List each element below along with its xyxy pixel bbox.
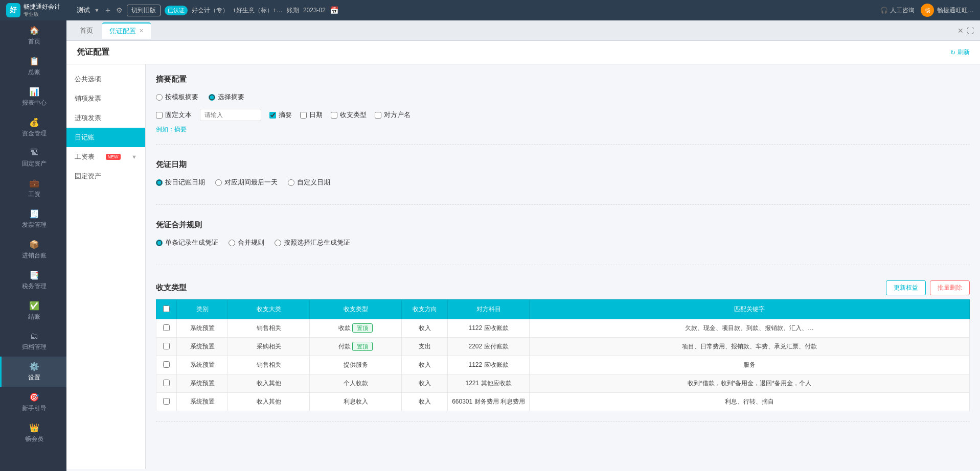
date-checkbox[interactable] <box>300 112 307 119</box>
voucher-date-section: 凭证日期 按日记账日期 对应期间最后一天 <box>156 160 970 205</box>
tab-close-icon[interactable]: ✕ <box>139 28 144 34</box>
calendar-icon[interactable]: 📅 <box>330 6 338 14</box>
checkbox-counterpart[interactable]: 对方户名 <box>375 110 411 120</box>
sidebar-item-reports[interactable]: 📊 报表中心 <box>0 82 66 112</box>
th-category: 类别 <box>177 300 228 319</box>
row-major: 采购相关 <box>228 338 310 356</box>
radio-journal-date-input[interactable] <box>156 179 163 186</box>
checkbox-income-type[interactable]: 收支类型 <box>331 110 367 120</box>
sidebar-item-close[interactable]: ✅ 结账 <box>0 296 66 326</box>
th-major: 收支大类 <box>228 300 310 319</box>
row-keywords: 服务 <box>530 356 970 374</box>
sidebar-item-archive[interactable]: 🗂 归档管理 <box>0 326 66 357</box>
checkbox-date[interactable]: 日期 <box>300 110 323 120</box>
topbar: 好 畅捷通好会计 专业版 测试 ▼ ＋ ⚙ 切到旧版 已认证 好会计（专） +好… <box>0 0 980 20</box>
salary-icon: 💼 <box>29 178 39 188</box>
sidebar-label: 畅会员 <box>25 435 43 443</box>
report-icon: 📊 <box>29 87 39 97</box>
radio-journal-date[interactable]: 按日记账日期 <box>156 178 205 187</box>
left-nav-purchase-invoice[interactable]: 进项发票 <box>66 108 145 128</box>
sidebar-item-member[interactable]: 👑 畅会员 <box>0 418 66 449</box>
sidebar-item-home[interactable]: 🏠 首页 <box>0 20 66 51</box>
tab-voucher-config[interactable]: 凭证配置 ✕ <box>102 22 151 39</box>
row-checkbox-cell <box>156 319 177 338</box>
sidebar-item-guide[interactable]: 🎯 新手引导 <box>0 387 66 418</box>
sidebar-item-salary[interactable]: 💼 工资 <box>0 173 66 204</box>
checkbox-fixed-text[interactable]: 固定文本 <box>156 110 192 120</box>
funds-icon: 💰 <box>29 117 39 127</box>
sidebar-label: 税务管理 <box>22 282 47 291</box>
expand-tab-button[interactable]: ⛶ <box>967 27 974 35</box>
left-nav-public[interactable]: 公共选项 <box>66 69 145 89</box>
radio-select[interactable]: 选择摘要 <box>209 92 244 102</box>
radio-summary[interactable]: 按照选择汇总生成凭证 <box>275 238 350 247</box>
user-menu[interactable]: 畅 畅捷通旺旺… <box>921 4 974 17</box>
add-button[interactable]: ＋ <box>104 5 112 16</box>
radio-template[interactable]: 按模板摘要 <box>156 92 198 102</box>
row-checkbox[interactable] <box>163 361 170 368</box>
summary-checkbox[interactable] <box>269 112 276 119</box>
row-checkbox[interactable] <box>163 380 170 386</box>
switch-version-button[interactable]: 切到旧版 <box>127 5 161 16</box>
sidebar: 🏠 首页 📋 总账 📊 报表中心 💰 资金管理 🏗 固定资产 💼 工资 🧾 发票… <box>0 20 66 471</box>
sidebar-item-stock[interactable]: 📦 进销台账 <box>0 234 66 265</box>
tab-home[interactable]: 首页 <box>73 23 100 38</box>
archive-icon: 🗂 <box>30 332 38 341</box>
row-checkbox[interactable] <box>163 398 170 405</box>
radio-custom-date-input[interactable] <box>288 179 294 186</box>
fixed-text-checkbox[interactable] <box>156 112 163 119</box>
certified-tag: 已认证 <box>165 6 188 15</box>
left-nav-journal[interactable]: 日记账 <box>66 128 145 147</box>
th-subject: 对方科目 <box>448 300 530 319</box>
row-checkbox[interactable] <box>163 343 170 349</box>
sidebar-item-ledger[interactable]: 📋 总账 <box>0 51 66 82</box>
row-type: 个人收款 <box>310 374 402 393</box>
left-nav-sales-invoice[interactable]: 销项发票 <box>66 89 145 108</box>
row-type: 利息收入 <box>310 393 402 411</box>
sidebar-label: 固定资产 <box>22 159 47 168</box>
page-header: 凭证配置 ↻ 刷新 <box>66 41 980 64</box>
settings-icon[interactable]: ⚙ <box>116 6 123 14</box>
top-tag: 置顶 <box>352 342 373 351</box>
tax-icon: 📑 <box>29 270 39 280</box>
sidebar-item-invoice[interactable]: 🧾 发票管理 <box>0 204 66 234</box>
radio-single-record-input[interactable] <box>156 240 163 246</box>
left-nav-payroll[interactable]: 工资表 NEW ▼ <box>66 147 145 167</box>
left-nav-fixed-assets[interactable]: 固定资产 <box>66 167 145 186</box>
close-tab-button[interactable]: ✕ <box>958 27 964 35</box>
radio-select-input[interactable] <box>209 94 215 101</box>
refresh-button[interactable]: ↻ 刷新 <box>950 48 970 57</box>
sidebar-item-tax[interactable]: 📑 税务管理 <box>0 265 66 296</box>
sidebar-item-settings[interactable]: ⚙️ 设置 <box>0 357 66 387</box>
row-direction: 收入 <box>402 319 448 338</box>
sidebar-item-funds[interactable]: 💰 资金管理 <box>0 112 66 143</box>
checkbox-summary[interactable]: 摘要 <box>269 110 292 120</box>
radio-template-input[interactable] <box>156 94 163 101</box>
radio-last-day[interactable]: 对应期间最后一天 <box>215 178 278 187</box>
main-layout: 🏠 首页 📋 总账 📊 报表中心 💰 资金管理 🏗 固定资产 💼 工资 🧾 发票… <box>0 20 980 471</box>
merge-rules-radio-group: 单条记录生成凭证 合并规则 按照选择汇总生成凭证 <box>156 238 970 247</box>
counterpart-checkbox[interactable] <box>375 112 381 119</box>
row-major: 销售相关 <box>228 356 310 374</box>
voucher-date-title: 凭证日期 <box>156 160 970 170</box>
row-checkbox[interactable] <box>163 324 170 331</box>
radio-single-record[interactable]: 单条记录生成凭证 <box>156 238 218 247</box>
module-dropdown[interactable]: ▼ <box>94 7 100 13</box>
summary-config-section: 摘要配置 按模板摘要 选择摘要 <box>156 75 970 145</box>
income-type-checkbox[interactable] <box>331 112 337 119</box>
headset-icon: 🎧 <box>880 7 888 14</box>
update-button[interactable]: 更新权益 <box>886 280 926 295</box>
radio-custom-date[interactable]: 自定义日期 <box>288 178 330 187</box>
sidebar-item-assets[interactable]: 🏗 固定资产 <box>0 143 66 173</box>
batch-delete-button[interactable]: 批量删除 <box>930 280 970 295</box>
radio-merge-rule[interactable]: 合并规则 <box>229 238 264 247</box>
service-button[interactable]: 🎧 人工咨询 <box>880 6 915 15</box>
radio-merge-rule-input[interactable] <box>229 240 235 246</box>
fixed-text-input[interactable] <box>200 109 261 121</box>
table-row: 系统预置 销售相关 提供服务 收入 1122 应收账款 服务 <box>156 356 970 374</box>
row-subject: 1221 其他应收款 <box>448 374 530 393</box>
select-all-checkbox[interactable] <box>163 305 170 312</box>
th-checkbox <box>156 300 177 319</box>
radio-summary-input[interactable] <box>275 240 281 246</box>
radio-last-day-input[interactable] <box>215 179 222 186</box>
